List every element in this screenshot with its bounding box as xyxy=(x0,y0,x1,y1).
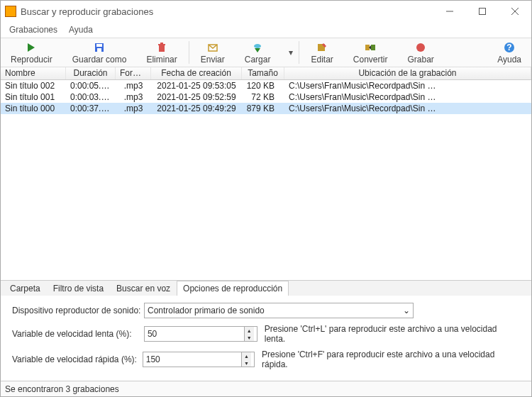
svg-rect-7 xyxy=(97,48,101,52)
col-location[interactable]: Ubicación de la grabación xyxy=(284,67,531,79)
tab-voice[interactable]: Buscar en voz xyxy=(110,281,177,296)
svg-marker-4 xyxy=(28,43,35,52)
send-icon xyxy=(207,41,218,54)
spin-down-icon[interactable]: ▼ xyxy=(242,359,251,367)
close-button[interactable] xyxy=(499,1,531,22)
chevron-down-icon: ▾ xyxy=(289,47,293,57)
delete-icon xyxy=(156,41,167,54)
device-select[interactable]: Controlador primario de sonido ⌄ xyxy=(144,303,414,318)
svg-point-12 xyxy=(254,44,261,48)
svg-marker-13 xyxy=(255,48,260,52)
fast-hint: Presione 'Ctrl+F' para reproducir este a… xyxy=(262,350,520,369)
menu-help[interactable]: Ayuda xyxy=(63,23,99,36)
maximize-button[interactable] xyxy=(466,1,499,22)
edit-icon xyxy=(316,41,328,54)
recordings-table[interactable]: Sin título 0020:00:05.120.mp32021-01-25 … xyxy=(1,80,531,280)
help-icon: ? xyxy=(504,41,515,54)
saveas-icon xyxy=(94,41,105,54)
help-button[interactable]: ?Ayuda xyxy=(487,38,531,67)
col-size[interactable]: Tamaño xyxy=(242,67,284,79)
status-text: Se encontraron 3 grabaciones xyxy=(5,384,119,394)
fast-label: Variable de velocidad rápida (%): xyxy=(12,354,143,364)
svg-point-19 xyxy=(416,43,425,52)
svg-rect-10 xyxy=(160,43,163,44)
minimize-button[interactable] xyxy=(433,1,466,22)
table-row[interactable]: Sin título 0020:00:05.120.mp32021-01-25 … xyxy=(1,80,531,91)
record-icon xyxy=(415,41,426,54)
slow-input[interactable]: 50 ▲▼ xyxy=(144,326,257,342)
upload-dropdown[interactable]: ▾ xyxy=(280,38,297,67)
table-row[interactable]: Sin título 0010:00:03.082.mp32021-01-25 … xyxy=(1,91,531,103)
window-title: Buscar y reproducir grabaciones xyxy=(21,6,433,17)
upload-icon xyxy=(252,41,263,54)
delete-button[interactable]: Eliminar xyxy=(136,38,187,67)
send-button[interactable]: Enviar xyxy=(191,38,235,67)
spin-up-icon[interactable]: ▲ xyxy=(242,352,251,359)
spin-up-icon[interactable]: ▲ xyxy=(245,327,254,334)
svg-rect-8 xyxy=(159,45,165,52)
spin-down-icon[interactable]: ▼ xyxy=(245,334,254,341)
svg-rect-6 xyxy=(96,44,102,47)
app-icon xyxy=(5,6,16,17)
col-created[interactable]: Fecha de creación xyxy=(151,67,242,79)
svg-text:?: ? xyxy=(506,43,511,52)
play-icon xyxy=(26,41,37,54)
saveas-button[interactable]: Guardar como xyxy=(62,38,137,67)
tab-playopts[interactable]: Opciones de reproducción xyxy=(177,281,289,296)
table-row[interactable]: Sin título 0000:00:37.537.mp32021-01-25 … xyxy=(1,103,531,114)
svg-rect-1 xyxy=(480,9,486,15)
svg-rect-9 xyxy=(158,44,165,45)
slow-label: Variable de velocidad lenta (%): xyxy=(12,329,144,339)
col-format[interactable]: Formato xyxy=(116,67,151,79)
play-button[interactable]: Reproducir xyxy=(1,38,62,67)
fast-input[interactable]: 150 ▲▼ xyxy=(143,352,255,367)
upload-button[interactable]: Cargar xyxy=(235,38,281,67)
record-button[interactable]: Grabar xyxy=(398,38,444,67)
chevron-down-icon: ⌄ xyxy=(403,306,410,315)
convert-button[interactable]: Convertir xyxy=(343,38,398,67)
menu-recordings[interactable]: Grabaciones xyxy=(4,23,63,36)
col-duration[interactable]: Duración xyxy=(66,67,116,79)
col-name[interactable]: Nombre xyxy=(1,67,66,79)
device-label: Dispositivo reproductor de sonido: xyxy=(12,306,144,315)
tab-filter[interactable]: Filtro de vista xyxy=(47,281,110,296)
edit-button[interactable]: Editar xyxy=(301,38,343,67)
tab-folder[interactable]: Carpeta xyxy=(4,281,47,296)
slow-hint: Presione 'Ctrl+L' para reproducir este a… xyxy=(265,324,520,344)
convert-icon xyxy=(365,41,376,54)
svg-rect-17 xyxy=(371,45,375,50)
